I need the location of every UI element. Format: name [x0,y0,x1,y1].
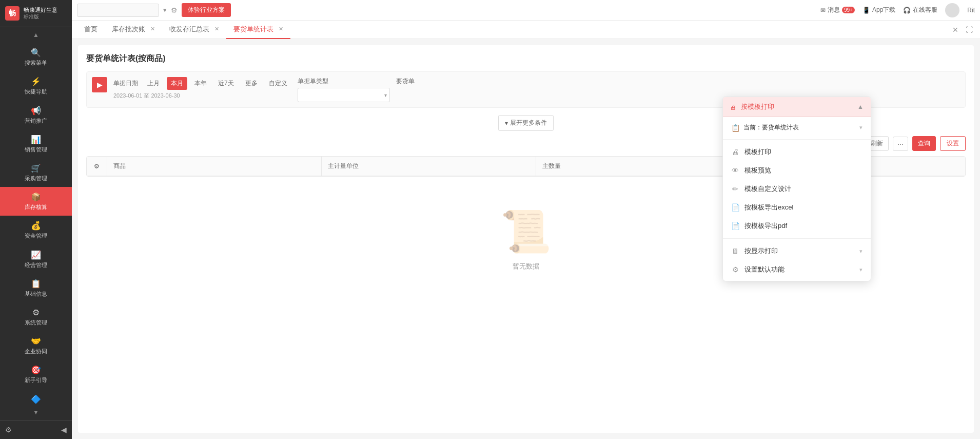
topbar-gear-btn[interactable]: ⚙ [171,6,178,14]
sidebar-item-purchase[interactable]: 🛒 采购管理 [0,158,72,187]
dropdown-section-current: 📋 当前：要货单统计表 ▾ [723,117,871,138]
sidebar-item-basic-info[interactable]: 📋 基础信息 [0,274,72,302]
display-print-arrow: ▾ [859,248,863,255]
business-icon: 📈 [31,250,41,260]
dropdown-item-template-print[interactable]: 🖨 模板打印 [723,143,871,161]
th-gear[interactable]: ⚙ [87,157,107,176]
current-icon: 📋 [731,124,739,132]
expand-icon: ▾ [505,120,508,127]
page-card: 要货单统计表(按商品) ▶ 单据日期 上月 本月 本年 近7天 更多 自定义 2… [78,45,974,433]
tab-home[interactable]: 首页 [77,21,105,39]
app-center-icon: 🔷 [31,394,41,404]
settings-btn[interactable]: 设置 [940,136,966,151]
trial-btn[interactable]: 体验行业方案 [182,3,231,17]
date-btn-7days[interactable]: 近7天 [214,77,238,90]
sidebar-item-label: 采购管理 [25,175,47,182]
logo-icon: 畅 [5,6,19,21]
filter-expand-btn[interactable]: ▶ [92,77,107,92]
sidebar-item-marketing[interactable]: 📢 营销推广 [0,101,72,129]
tab-summary[interactable]: 收发存汇总表 ✕ [162,21,226,39]
sidebar-item-label: 企业协同 [25,348,47,355]
dropdown-item-export-pdf[interactable]: 📄 按模板导出pdf [723,217,871,235]
sales-icon: 📊 [31,135,41,144]
dropdown-item-export-excel[interactable]: 📄 按模板导出excel [723,198,871,217]
sidebar-item-guide[interactable]: 🎯 新手引导 [0,360,72,389]
query-btn[interactable]: 查询 [912,136,936,151]
topbar-search-input[interactable] [77,4,159,17]
date-btn-custom[interactable]: 自定义 [265,77,291,90]
app-subtitle: 标准版 [24,13,57,21]
dropdown-current-item: 📋 当前：要货单统计表 ▾ [723,119,871,136]
sidebar-item-sales[interactable]: 📊 销售管理 [0,129,72,158]
date-btn-this-year[interactable]: 本年 [190,77,211,90]
tab-close-btn[interactable]: ✕ [150,26,155,32]
scroll-up-btn[interactable]: ▲ [31,29,41,41]
topbar-dropdown-btn[interactable]: ▾ [163,6,167,14]
tab-goods-order[interactable]: 要货单统计表 ✕ [226,21,290,39]
inventory-icon: 📦 [31,192,41,202]
date-btn-last-month[interactable]: 上月 [143,77,164,90]
online-service-btn[interactable]: 🎧 在线客服 [903,6,937,14]
dropdown-section-display: 🖥 按显示打印 ▾ ⚙ 设置默认功能 ▾ [723,240,871,281]
dropdown-item-label: 按模板导出excel [744,203,863,212]
sidebar-item-label: 资金管理 [25,233,47,239]
dropdown-item-template-preview[interactable]: 👁 模板预览 [723,161,871,180]
sidebar-item-inventory[interactable]: 📦 库存核算 [0,187,72,216]
tab-close-active-btn[interactable]: ✕ [279,26,283,32]
tab-inventory-batch[interactable]: 库存批次账 ✕ [105,21,162,39]
dropdown-collapse-btn[interactable]: ▲ [857,103,864,110]
collapse-footer-btn[interactable]: ◀ [61,426,67,434]
dropdown-item-label: 模板预览 [744,166,863,175]
user-avatar[interactable] [945,3,959,17]
th-goods: 商品 [107,157,322,176]
sidebar-item-collab[interactable]: 🤝 企业协同 [0,331,72,360]
tab-label: 收发存汇总表 [169,25,209,34]
set-default-icon: ⚙ [731,265,739,274]
sidebar-item-label: 新手引导 [25,377,47,384]
tab-close-window-btn[interactable]: ✕ [950,24,961,36]
tab-expand-btn[interactable]: ⛶ [964,24,975,36]
message-btn[interactable]: ✉ 消息 99+ [820,6,855,14]
type-select[interactable] [298,88,390,102]
sidebar-item-finance[interactable]: 💰 资金管理 [0,216,72,244]
expand-conditions-btn[interactable]: ▾ 展开更多条件 [498,115,554,131]
sidebar-item-search[interactable]: 🔍 搜索菜单 [0,43,72,71]
sidebar-item-business[interactable]: 📈 经营管理 [0,245,72,274]
topbar-right: ✉ 消息 99+ 📱 App下载 🎧 在线客服 Rit [820,3,975,17]
date-btn-this-month[interactable]: 本月 [167,77,187,90]
dropdown-item-label: 设置默认功能 [744,265,854,274]
dropdown-item-template-design[interactable]: ✏ 模板自定义设计 [723,180,871,198]
dropdown-section-items: 🖨 模板打印 👁 模板预览 ✏ 模板自定义设计 📄 按模板导出excel [723,141,871,237]
scroll-down-btn[interactable]: ▼ [31,407,41,418]
refresh-label: 刷新 [871,139,883,148]
marketing-icon: 📢 [31,106,41,116]
app-download-label: App下载 [872,6,895,14]
template-print-icon: 🖨 [731,148,739,156]
dropdown-item-set-default[interactable]: ⚙ 设置默认功能 ▾ [723,260,871,279]
app-download-btn[interactable]: 📱 App下载 [863,6,895,14]
sidebar-nav: 🔍 搜索菜单 ⚡ 快捷导航 📢 营销推广 📊 销售管理 🛒 采购管理 📦 库存核… [0,43,72,405]
sidebar-item-label: 搜索菜单 [25,60,47,66]
online-service-label: 在线客服 [913,6,937,14]
type-filter-label: 单据单类型 [298,77,388,86]
topbar: ▾ ⚙ 体验行业方案 ✉ 消息 99+ 📱 App下载 🎧 在线客服 Rit [72,0,980,21]
date-btn-more[interactable]: 更多 [241,77,262,90]
dropdown-item-display-print[interactable]: 🖥 按显示打印 ▾ [723,242,871,260]
sidebar-item-label: 库存核算 [25,204,47,211]
tab-close-btn[interactable]: ✕ [214,26,219,32]
content-area: 要货单统计表(按商品) ▶ 单据日期 上月 本月 本年 近7天 更多 自定义 2… [72,39,980,439]
sidebar-item-label: 营销推广 [25,118,47,124]
message-icon: ✉ [820,7,826,14]
guide-icon: 🎯 [31,365,41,375]
dropdown-item-label: 模板打印 [744,147,863,157]
sidebar-item-quick-nav[interactable]: ⚡ 快捷导航 [0,71,72,100]
sidebar-item-app-center[interactable]: 🔷 应用中心 [0,389,72,405]
sidebar-footer: ⚙ ◀ [0,420,72,439]
more-btn[interactable]: ··· [893,137,908,151]
app-name: 畅康通好生意 [24,6,57,13]
tab-bar: 首页 库存批次账 ✕ 收发存汇总表 ✕ 要货单统计表 ✕ ✕ ⛶ [72,21,980,39]
app-download-icon: 📱 [863,7,870,14]
sidebar-item-system[interactable]: ⚙ 系统管理 [0,302,72,331]
dropdown-header-icon: 🖨 [730,103,737,111]
settings-footer-btn[interactable]: ⚙ [5,426,12,434]
